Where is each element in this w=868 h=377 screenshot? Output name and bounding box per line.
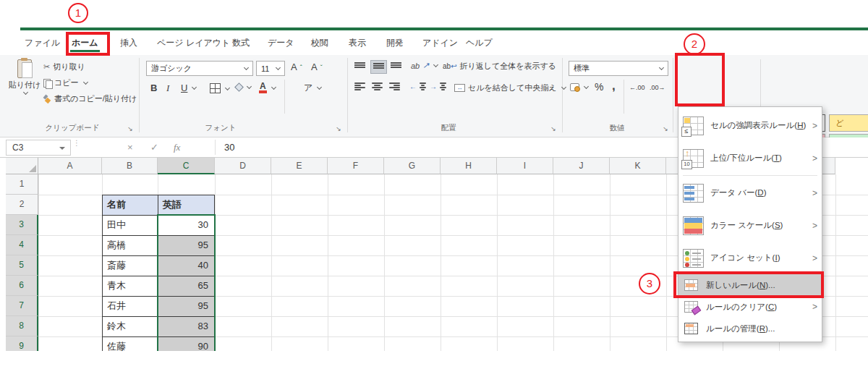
menu-item-top-bottom-rules[interactable]: 上位/下位ルール(T)> <box>678 142 822 174</box>
percent-style-button[interactable]: % <box>595 81 603 93</box>
font-name-combo[interactable]: 游ゴシック <box>146 61 253 76</box>
alignment-dialog-launcher[interactable]: ↘ <box>549 124 558 133</box>
font-size-combo[interactable]: 11 <box>256 61 285 76</box>
bold-button[interactable]: B <box>150 82 157 93</box>
formula-bar-drag-handle[interactable]: ⋮ <box>73 141 75 154</box>
tab-add-ins[interactable]: アドイン <box>420 30 461 55</box>
tab-view[interactable]: 表示 <box>346 30 369 55</box>
table-cell-score[interactable]: 95 <box>158 296 215 316</box>
fill-color-button[interactable] <box>236 84 251 90</box>
row-header-5[interactable]: 5 <box>6 255 38 276</box>
menu-item-highlight-cells-rules[interactable]: セルの強調表示ルール(H)> <box>678 109 822 142</box>
cut-button[interactable]: ✂ 切り取り <box>43 62 85 72</box>
currency-format-button[interactable] <box>570 83 588 91</box>
cancel-button[interactable]: × <box>127 140 133 156</box>
cell-style-neutral[interactable]: ど <box>829 114 868 132</box>
align-right-button[interactable] <box>389 82 400 90</box>
column-header-c[interactable]: C <box>158 158 215 174</box>
name-box-dropdown-icon[interactable] <box>59 147 65 150</box>
table-cell-name[interactable]: 高橋 <box>102 235 158 255</box>
comma-style-button[interactable]: , <box>612 79 616 93</box>
row-header-2[interactable]: 2 <box>6 195 38 215</box>
decrease-indent-button[interactable]: ← <box>409 82 426 90</box>
decrease-decimal-button[interactable]: .00→ <box>650 84 665 91</box>
menu-item-clear-rules[interactable]: ルールのクリア(C)> <box>678 296 822 318</box>
tab-data[interactable]: データ <box>265 30 297 55</box>
font-dialog-launcher[interactable]: ↘ <box>334 124 343 133</box>
wrap-text-button[interactable]: ab↩ 折り返して全体を表示する <box>443 61 556 72</box>
name-box[interactable]: C3 <box>6 140 71 156</box>
table-cell-name[interactable]: 青木 <box>102 276 158 296</box>
menu-item-icon-sets[interactable]: アイコン セット(I)> <box>678 242 822 274</box>
row-header-7[interactable]: 7 <box>6 296 38 316</box>
paste-button[interactable]: 貼り付け <box>9 59 41 94</box>
row-header-4[interactable]: 4 <box>6 235 38 255</box>
column-header-h[interactable]: H <box>441 158 497 174</box>
menu-item-manage-rules[interactable]: ルールの管理(R)... <box>678 318 822 339</box>
tab-formulas[interactable]: 数式 <box>229 30 252 55</box>
column-header-d[interactable]: D <box>215 158 271 174</box>
table-cell-score[interactable]: 30 <box>158 215 215 235</box>
merge-center-button[interactable]: ↔ セルを結合して中央揃え <box>454 82 566 93</box>
table-cell-name[interactable]: 斎藤 <box>102 255 158 276</box>
number-dialog-launcher[interactable]: ↘ <box>661 124 670 133</box>
column-header-j[interactable]: J <box>553 158 610 174</box>
select-all-corner[interactable] <box>6 158 38 174</box>
column-header-a[interactable]: A <box>38 158 102 174</box>
column-header-e[interactable]: E <box>271 158 328 174</box>
tab-file[interactable]: ファイル <box>22 30 63 55</box>
table-header-english[interactable]: 英語 <box>158 195 215 215</box>
phonetic-guide-button[interactable]: ア <box>304 82 321 94</box>
tab-home[interactable]: ホーム <box>69 30 101 55</box>
align-left-button[interactable] <box>354 82 365 90</box>
column-header-i[interactable]: I <box>497 158 553 174</box>
tab-help[interactable]: ヘルプ <box>463 30 495 55</box>
tab-developer[interactable]: 開発 <box>383 30 407 55</box>
table-cell-name[interactable]: 石井 <box>102 296 158 316</box>
insert-function-button[interactable]: fx <box>174 140 180 156</box>
menu-item-color-scales[interactable]: カラー スケール(S)> <box>678 209 822 242</box>
menu-item-new-rule[interactable]: 新しいルール(N)... <box>678 274 822 296</box>
underline-button[interactable]: U <box>181 82 196 93</box>
number-format-combo[interactable]: 標準 <box>569 61 668 76</box>
row-header-6[interactable]: 6 <box>6 276 38 296</box>
top-align-button[interactable] <box>354 62 365 70</box>
bottom-align-button[interactable] <box>391 62 401 70</box>
increase-decimal-button[interactable]: ←.00 <box>629 84 645 91</box>
borders-button[interactable] <box>210 83 229 93</box>
table-cell-score[interactable]: 83 <box>158 316 215 336</box>
orientation-button[interactable]: ab↗ <box>411 61 438 70</box>
column-header-b[interactable]: B <box>102 158 158 174</box>
table-cell-name[interactable]: 鈴木 <box>102 316 158 336</box>
table-header-name[interactable]: 名前 <box>102 195 158 215</box>
table-cell-name[interactable]: 佐藤 <box>102 336 158 351</box>
grow-font-button[interactable]: Aˆ <box>291 62 302 72</box>
table-cell-score[interactable]: 40 <box>158 255 215 276</box>
align-center-button[interactable] <box>372 82 383 90</box>
column-header-k[interactable]: K <box>610 158 666 174</box>
row-header-1[interactable]: 1 <box>6 174 38 195</box>
column-header-f[interactable]: F <box>328 158 384 174</box>
shrink-font-button[interactable]: Aˇ <box>311 62 323 72</box>
table-cell-score[interactable]: 90 <box>158 336 215 351</box>
italic-button[interactable]: I <box>166 82 169 94</box>
row-header-3[interactable]: 3 <box>6 215 38 235</box>
format-painter-button[interactable]: 書式のコピー/貼り付け <box>43 93 137 104</box>
tab-page-layout[interactable]: ページ レイアウト <box>154 30 233 55</box>
clipboard-dialog-launcher[interactable]: ↘ <box>126 124 135 133</box>
increase-indent-button[interactable]: → <box>430 82 446 90</box>
row-header-8[interactable]: 8 <box>6 316 38 336</box>
table-cell-name[interactable]: 田中 <box>102 215 158 235</box>
font-color-button[interactable]: A <box>259 82 276 93</box>
enter-button[interactable]: ✓ <box>150 140 158 156</box>
middle-align-button[interactable] <box>370 60 387 74</box>
table-cell-score[interactable]: 65 <box>158 276 215 296</box>
copy-button[interactable]: コピー <box>43 77 88 88</box>
tab-review[interactable]: 校閲 <box>308 30 331 55</box>
row-header-9[interactable]: 9 <box>6 336 38 351</box>
menu-item-data-bars[interactable]: データ バー(D)> <box>678 177 822 209</box>
table-cell-score[interactable]: 95 <box>158 235 215 255</box>
formula-input[interactable]: 30 <box>224 140 234 156</box>
column-header-g[interactable]: G <box>384 158 441 174</box>
tab-insert[interactable]: 挿入 <box>117 30 140 55</box>
